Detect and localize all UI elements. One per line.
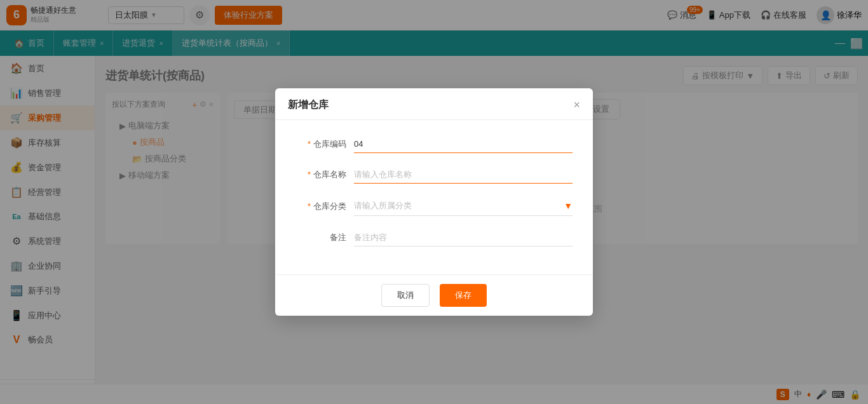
code-label: *仓库编码 bbox=[295, 138, 346, 150]
category-label: *仓库分类 bbox=[295, 201, 346, 212]
category-field[interactable]: 请输入所属分类 ▼ bbox=[354, 196, 573, 216]
note-input[interactable] bbox=[354, 229, 573, 246]
category-required-mark: * bbox=[308, 201, 311, 211]
name-field bbox=[354, 166, 573, 184]
category-dropdown-arrow[interactable]: ▼ bbox=[564, 201, 573, 211]
dialog-title: 新增仓库 bbox=[288, 98, 329, 112]
name-required-mark: * bbox=[308, 170, 311, 179]
form-row-category: *仓库分类 请输入所属分类 ▼ bbox=[295, 196, 573, 216]
dialog-header: 新增仓库 × bbox=[275, 88, 593, 120]
form-row-name: *仓库名称 bbox=[295, 166, 573, 184]
new-warehouse-dialog: 新增仓库 × *仓库编码 *仓库名称 bbox=[275, 88, 593, 316]
code-input[interactable] bbox=[354, 135, 573, 153]
save-button[interactable]: 保存 bbox=[440, 284, 487, 307]
note-field bbox=[354, 229, 573, 246]
cancel-button[interactable]: 取消 bbox=[381, 284, 430, 307]
code-field bbox=[354, 135, 573, 153]
name-input[interactable] bbox=[354, 166, 573, 184]
code-required-mark: * bbox=[308, 139, 311, 149]
dialog-footer: 取消 保存 bbox=[275, 274, 593, 316]
dialog-body: *仓库编码 *仓库名称 *仓库分类 bbox=[275, 120, 593, 274]
form-row-note: 备注 bbox=[295, 229, 573, 246]
dialog-close-button[interactable]: × bbox=[573, 98, 580, 112]
category-placeholder: 请输入所属分类 bbox=[354, 200, 564, 212]
modal-overlay: 新增仓库 × *仓库编码 *仓库名称 bbox=[0, 0, 868, 404]
note-label: 备注 bbox=[295, 232, 346, 243]
form-row-code: *仓库编码 bbox=[295, 135, 573, 153]
name-label: *仓库名称 bbox=[295, 169, 346, 180]
